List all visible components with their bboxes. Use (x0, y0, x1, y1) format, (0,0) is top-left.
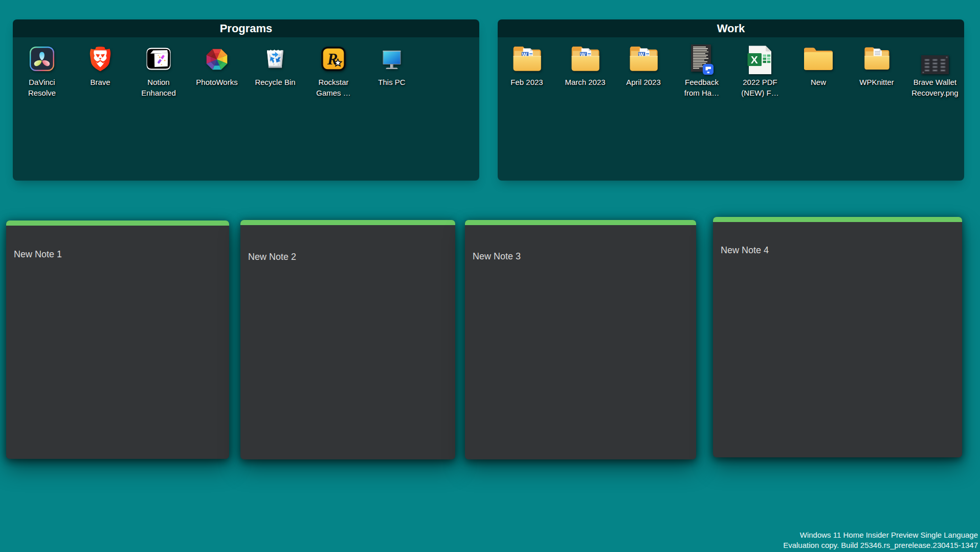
svg-text:X: X (751, 54, 758, 65)
